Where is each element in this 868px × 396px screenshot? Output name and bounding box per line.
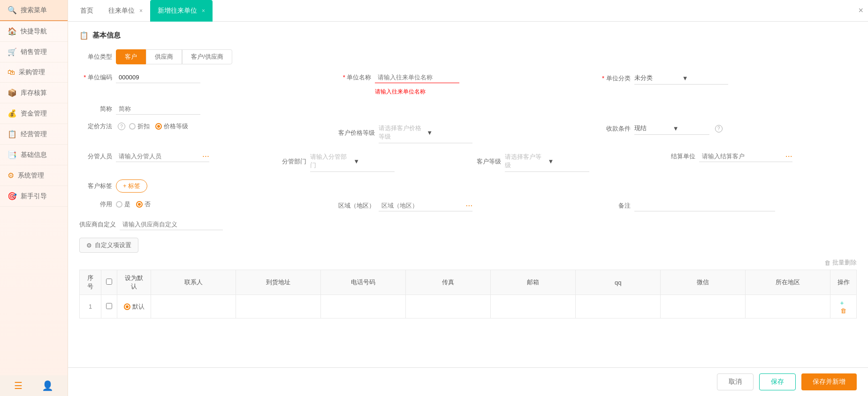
- batch-delete-label[interactable]: 批量删除: [832, 258, 857, 267]
- radio-discount[interactable]: 折扣: [129, 122, 150, 131]
- row-add-btn[interactable]: ＋: [839, 299, 845, 306]
- section-title: 基本信息: [92, 31, 121, 40]
- category-label: 单位分类: [598, 74, 631, 83]
- sidebar-item-system[interactable]: ⚙ 系统管理: [0, 165, 68, 186]
- region-input-wrap: ···: [379, 200, 472, 211]
- save-new-btn[interactable]: 保存并新增: [801, 373, 857, 390]
- tab-new-partner-close[interactable]: ×: [202, 8, 205, 14]
- payment-help-icon[interactable]: ?: [715, 125, 723, 132]
- home-icon: 🏠: [8, 27, 17, 36]
- note-field: 备注: [598, 200, 857, 211]
- qq-input[interactable]: [580, 303, 655, 310]
- row-delete-btn[interactable]: 🗑: [840, 307, 846, 314]
- tab-partners-close[interactable]: ×: [139, 8, 143, 14]
- sidebar-expand-icon[interactable]: ☰: [14, 380, 23, 391]
- settlement-input[interactable]: [699, 151, 784, 162]
- customer-level-select[interactable]: 请选择客户等级 ▼: [505, 151, 589, 172]
- tab-partners[interactable]: 往来单位 ×: [101, 0, 150, 22]
- wechat-input[interactable]: [665, 303, 740, 310]
- note-input[interactable]: [634, 200, 775, 211]
- manager-input[interactable]: [116, 151, 200, 162]
- radio-price-level[interactable]: 价格等级: [155, 122, 188, 131]
- radio-disabled-yes[interactable]: 是: [116, 200, 130, 209]
- table-header-row: 序号 设为默认 联系人 到货地址 电话号码 传真 邮箱 qq 微信 所在地区 操…: [80, 270, 857, 295]
- manager-more-btn[interactable]: ···: [202, 151, 209, 161]
- sidebar-item-guide[interactable]: 🎯 新手引导: [0, 186, 68, 207]
- sidebar-item-purchase[interactable]: 🛍 采购管理: [0, 62, 68, 83]
- supplier-custom-input[interactable]: [120, 219, 223, 230]
- sidebar-item-operation[interactable]: 📋 经营管理: [0, 124, 68, 145]
- row-qq[interactable]: [576, 295, 661, 318]
- sidebar-item-basic[interactable]: 📑 基础信息: [0, 145, 68, 165]
- unit-type-field: 单位类型 客户 供应商 客户/供应商: [79, 49, 857, 64]
- short-name-row: 简称: [79, 103, 857, 115]
- select-all-checkbox[interactable]: [106, 279, 112, 285]
- tag-row: 客户标签 + 标签: [79, 179, 857, 193]
- sidebar-user-icon[interactable]: 👤: [42, 380, 53, 391]
- region-input[interactable]: [379, 200, 464, 211]
- row-email[interactable]: [491, 295, 576, 318]
- code-input[interactable]: [116, 72, 200, 83]
- sidebar-item-inventory[interactable]: 📦 库存核算: [0, 83, 68, 103]
- sidebar-item-quick-nav[interactable]: 🏠 快捷导航: [0, 21, 68, 42]
- row-select-checkbox[interactable]: [106, 303, 112, 309]
- sidebar-item-sales[interactable]: 🛒 销售管理: [0, 42, 68, 62]
- sidebar-item-label: 库存核算: [21, 89, 47, 97]
- save-btn[interactable]: 保存: [759, 373, 796, 390]
- dept-field: 分管部门 请输入分管部门 ▼: [274, 151, 468, 172]
- dept-select[interactable]: 请输入分管部门 ▼: [310, 151, 395, 172]
- row-default-radio[interactable]: 默认: [124, 303, 145, 311]
- row-checkbox[interactable]: [101, 295, 117, 318]
- settlement-more-btn[interactable]: ···: [785, 151, 792, 161]
- custom-settings-btn[interactable]: ⚙ 自定义项设置: [79, 238, 138, 253]
- table-row: 1 默认: [80, 295, 857, 318]
- row-fax[interactable]: [406, 295, 491, 318]
- cancel-btn[interactable]: 取消: [717, 373, 754, 390]
- btn-customer[interactable]: 客户: [116, 49, 146, 64]
- pricing-radio-group: 折扣 价格等级: [129, 122, 188, 131]
- clipboard-icon: 📋: [8, 130, 17, 139]
- window-close-btn[interactable]: ×: [858, 6, 863, 16]
- sidebar-item-finance[interactable]: 💰 资金管理: [0, 103, 68, 124]
- row-phone[interactable]: [321, 295, 406, 318]
- gear-icon: ⚙: [8, 171, 14, 180]
- row-wechat[interactable]: [661, 295, 746, 318]
- settings-icon: ⚙: [86, 242, 92, 249]
- phone-input[interactable]: [326, 303, 401, 310]
- category-field: 单位分类 未分类 ▼: [598, 72, 857, 85]
- main-area: 首页 往来单位 × 新增往来单位 × × 📋 基本信息 单位类型 客户 供应商 …: [68, 0, 868, 396]
- tag-add-btn[interactable]: + 标签: [116, 179, 147, 193]
- payment-select[interactable]: 现结 ▼: [634, 122, 709, 135]
- region-table-input[interactable]: [750, 303, 825, 310]
- sidebar-item-search[interactable]: 🔍 搜索菜单: [0, 0, 68, 21]
- short-name-input[interactable]: [116, 103, 200, 115]
- price-level-select[interactable]: 请选择客户价格等级 ▼: [379, 122, 472, 143]
- region-more-btn[interactable]: ···: [465, 201, 472, 210]
- pricing-help-icon[interactable]: ?: [118, 123, 125, 130]
- email-input[interactable]: [495, 303, 571, 310]
- payment-arrow: ▼: [673, 125, 709, 132]
- contact-input[interactable]: [156, 303, 231, 310]
- region-label: 区域（地区）: [338, 202, 375, 210]
- address-input[interactable]: [241, 303, 316, 310]
- manager-input-wrap: ···: [116, 151, 209, 162]
- fax-input[interactable]: [411, 303, 486, 310]
- radio-disabled-no[interactable]: 否: [136, 200, 151, 209]
- name-input[interactable]: [375, 72, 459, 83]
- row-region[interactable]: [746, 295, 830, 318]
- manager-label: 分管人员: [79, 152, 112, 161]
- tab-new-partner[interactable]: 新增往来单位 ×: [150, 0, 213, 22]
- btn-both[interactable]: 客户/供应商: [182, 49, 232, 64]
- price-level-label: 客户价格等级: [338, 129, 375, 137]
- tab-home[interactable]: 首页: [73, 0, 101, 22]
- disabled-label: 停用: [79, 200, 112, 209]
- sidebar-search-label: 搜索菜单: [21, 6, 47, 15]
- customer-level-arrow: ▼: [548, 158, 589, 165]
- category-select[interactable]: 未分类 ▼: [634, 72, 728, 85]
- dept-placeholder: 请输入分管部门: [310, 153, 351, 170]
- manager-field: 分管人员 ···: [79, 151, 274, 162]
- row-contact[interactable]: [151, 295, 236, 318]
- contact-table: 序号 设为默认 联系人 到货地址 电话号码 传真 邮箱 qq 微信 所在地区 操…: [79, 270, 857, 318]
- btn-supplier[interactable]: 供应商: [146, 49, 182, 64]
- row-address[interactable]: [236, 295, 321, 318]
